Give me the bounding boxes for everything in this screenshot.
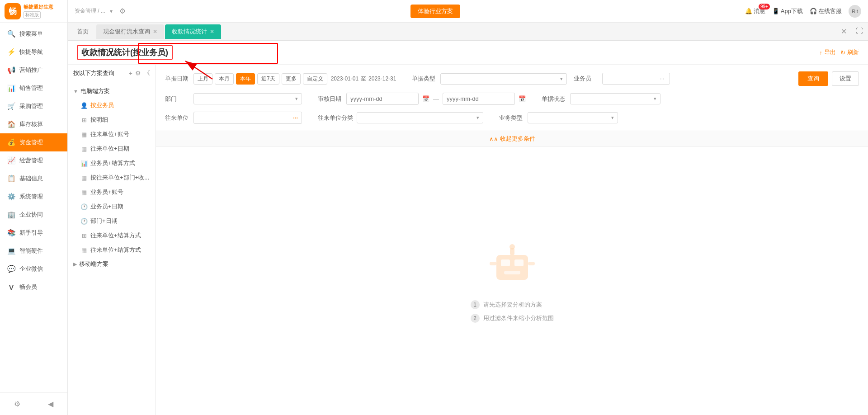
hint-num-2: 2: [471, 314, 480, 323]
partner-type-label: 往来单位分类: [318, 114, 353, 122]
biztype-label: 业务类型: [499, 114, 524, 122]
table-icon3: ▦: [80, 174, 88, 181]
filter-action-buttons: 查询 设置: [798, 71, 859, 86]
sidebar-item-finance[interactable]: 💰 资金管理: [0, 133, 67, 151]
partner-type-select[interactable]: ▾: [357, 112, 483, 123]
sidebar-item-search[interactable]: 🔍 搜索菜单: [0, 25, 67, 43]
scheme-item-salesman-settle[interactable]: 📊 业务员+结算方式: [68, 156, 156, 170]
hint-item-1: 1 请先选择要分析的方案: [471, 300, 554, 309]
review-date-from[interactable]: [346, 93, 419, 105]
partner-select[interactable]: ···: [193, 112, 302, 124]
sidebar-item-quicknav[interactable]: ⚡ 快捷导航: [0, 43, 67, 61]
docstatus-select[interactable]: ▾: [570, 93, 660, 104]
scheme-item-dept-date[interactable]: 🕐 部门+日期: [68, 214, 156, 228]
scheme-item-label: 业务员+账号: [90, 188, 123, 196]
sidebar-item-enterprise[interactable]: 🏢 企业协同: [0, 206, 67, 224]
sidebar-item-member[interactable]: V 畅会员: [0, 278, 67, 296]
scheme-item-unit-settle2[interactable]: ▦ 往来单位+结算方式: [68, 243, 156, 257]
tab-home-label: 首页: [77, 28, 89, 36]
tab-bankflow[interactable]: 现金银行流水查询 ✕: [96, 24, 164, 39]
scheme-item-unit-dept[interactable]: ▦ 按往来单位+部门+收...: [68, 170, 156, 185]
export-btn[interactable]: ↑ 导出: [820, 48, 836, 57]
topbar-settings-icon[interactable]: ⚙: [119, 7, 126, 15]
user-avatar[interactable]: Rit: [849, 5, 861, 18]
group-expand-arrow2: ▶: [73, 261, 77, 267]
date-btn-last-month[interactable]: 上月: [193, 73, 212, 85]
sidebar-item-hardware[interactable]: 💻 智能硬件: [0, 242, 67, 260]
sidebar-item-wechat[interactable]: 💬 企业微信: [0, 260, 67, 278]
table-icon2: ▦: [80, 145, 88, 152]
calendar-icon-2[interactable]: 📅: [519, 95, 526, 102]
tab-bankflow-close[interactable]: ✕: [153, 28, 157, 35]
filter-panel: 单据日期 上月 本月 本年 近7天 更多 自定义 2023-01-01: [156, 65, 868, 415]
settings-btn[interactable]: 设置: [832, 71, 859, 86]
app-download-btn[interactable]: 📱 App下载: [772, 7, 803, 15]
notifications-btn[interactable]: 🔔 消息 99+: [745, 7, 765, 15]
svg-rect-3: [504, 271, 520, 274]
scheme-panel-header: 按以下方案查询 + ⚙ 《: [68, 65, 156, 82]
scheme-item-by-salesman[interactable]: 👤 按业务员: [68, 98, 156, 113]
date-btn-more[interactable]: 更多: [282, 73, 301, 85]
sidebar-item-guide[interactable]: 📚 新手引导: [0, 224, 67, 242]
online-service-btn[interactable]: 🎧 在线客服: [810, 7, 842, 15]
scheme-item-unit-settle1[interactable]: ⊞ 往来单位+结算方式: [68, 228, 156, 243]
scheme-collapse-icon[interactable]: 《: [144, 69, 150, 77]
sidebar-item-operation[interactable]: 📈 经营管理: [0, 151, 67, 170]
date-btn-this-year[interactable]: 本年: [236, 73, 255, 85]
review-date-to[interactable]: [443, 93, 515, 105]
scheme-group-desktop-title[interactable]: ▼ 电脑端方案: [68, 85, 156, 98]
scheme-add-icon[interactable]: +: [129, 70, 132, 77]
date-btn-this-month[interactable]: 本月: [215, 73, 234, 85]
collapse-bar[interactable]: ∧∧ 收起更多条件: [156, 131, 868, 147]
refresh-label: 刷新: [847, 48, 859, 57]
date-btn-7days[interactable]: 近7天: [257, 73, 279, 85]
export-label: 导出: [824, 48, 836, 57]
sidebar-collapse-icon[interactable]: ◀: [46, 397, 56, 410]
purchase-icon: 🛒: [7, 102, 16, 111]
logo-icon: 畅: [5, 3, 21, 19]
scheme-group-mobile-title[interactable]: ▶ 移动端方案: [68, 257, 156, 271]
salesman-select[interactable]: ···: [602, 73, 670, 85]
scheme-settings-icon[interactable]: ⚙: [135, 70, 141, 77]
doctype-label: 单据类型: [412, 75, 437, 83]
logo-area: 畅 畅捷通好生意 标准版: [0, 0, 67, 23]
sidebar-item-inventory[interactable]: 🏠 库存核算: [0, 115, 67, 133]
tab-collection-close[interactable]: ✕: [210, 28, 214, 35]
partner-more-icon[interactable]: ···: [293, 114, 298, 121]
scheme-item-salesman-account[interactable]: ▦ 业务员+账号: [68, 185, 156, 199]
tab-home[interactable]: 首页: [70, 24, 95, 39]
tab-collection[interactable]: 收款情况统计 ✕: [165, 24, 221, 39]
scheme-item-unit-date[interactable]: ▦ 往来单位+日期: [68, 141, 156, 156]
sidebar-item-label: 企业微信: [19, 265, 43, 273]
sidebar-settings-icon[interactable]: ⚙: [12, 397, 23, 410]
page-title: 收款情况统计(按业务员): [77, 45, 173, 60]
app-download-label: App下载: [781, 7, 803, 15]
filter-biztype-item: 业务类型 ▾: [499, 112, 618, 123]
topbar-dropdown-icon[interactable]: ▾: [110, 8, 113, 14]
sidebar-item-marketing[interactable]: 📢 营销推广: [0, 61, 67, 79]
date-btn-custom[interactable]: 自定义: [303, 73, 327, 85]
window-close-icon[interactable]: ✕: [838, 26, 849, 37]
review-date-label: 审核日期: [318, 95, 343, 103]
biztype-select[interactable]: ▾: [528, 112, 618, 123]
query-btn[interactable]: 查询: [798, 71, 828, 86]
scheme-item-by-detail[interactable]: ⊞ 按明细: [68, 113, 156, 127]
doctype-select[interactable]: ▾: [440, 73, 567, 85]
window-expand-icon[interactable]: ⛶: [853, 26, 866, 37]
sidebar-item-system[interactable]: ⚙️ 系统管理: [0, 188, 67, 206]
calendar-icon-1[interactable]: 📅: [422, 95, 429, 102]
svg-rect-7: [528, 262, 535, 265]
sidebar-item-label: 资金管理: [19, 138, 43, 146]
scheme-item-unit-account[interactable]: ▦ 往来单位+账号: [68, 127, 156, 141]
sidebar-item-purchase[interactable]: 🛒 采购管理: [0, 97, 67, 115]
svg-rect-6: [490, 262, 496, 265]
sidebar-item-basic[interactable]: 📋 基础信息: [0, 170, 67, 188]
scheme-item-salesman-date[interactable]: 🕐 业务员+日期: [68, 199, 156, 214]
salesman-more-icon[interactable]: ···: [660, 75, 664, 82]
filter-rows: 单据日期 上月 本月 本年 近7天 更多 自定义 2023-01-01: [156, 65, 868, 131]
sidebar-item-sales[interactable]: 📊 销售管理: [0, 79, 67, 97]
dept-select[interactable]: ▾: [193, 93, 302, 104]
refresh-btn[interactable]: ↻ 刷新: [840, 48, 859, 57]
trial-btn[interactable]: 体验行业方案: [410, 5, 460, 18]
grid-icon: ⊞: [80, 116, 88, 123]
